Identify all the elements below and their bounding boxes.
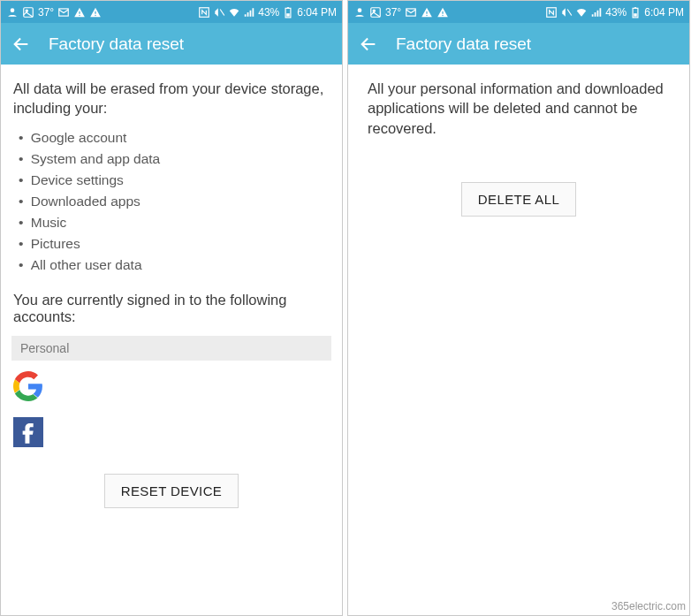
signal-icon — [590, 6, 603, 19]
account-facebook[interactable] — [13, 417, 330, 451]
clock: 6:04 PM — [297, 6, 337, 19]
content-area: All data will be erased from your device… — [1, 65, 342, 522]
status-bar: 37° 43% — [1, 1, 342, 23]
back-icon[interactable] — [11, 34, 31, 54]
signal-icon — [243, 6, 255, 19]
mail-icon — [405, 6, 417, 19]
svg-rect-21 — [443, 14, 444, 15]
svg-rect-5 — [80, 14, 80, 15]
svg-line-9 — [220, 9, 224, 15]
battery-icon — [629, 6, 642, 19]
clock: 6:04 PM — [644, 6, 684, 19]
reset-device-button[interactable]: RESET DEVICE — [104, 474, 239, 508]
page-title: Factory data reset — [49, 34, 184, 54]
watermark: 365electric.com — [611, 600, 686, 612]
status-bar-right: 43% 6:04 PM — [545, 6, 684, 19]
svg-rect-4 — [80, 11, 80, 13]
account-section-header: Personal — [11, 336, 331, 361]
erase-list: Google account System and app data Devic… — [13, 127, 330, 276]
warning-icon — [73, 6, 86, 19]
svg-rect-20 — [443, 11, 444, 13]
screen-factory-reset-confirm: 37° 43% — [347, 0, 690, 616]
profile-icon — [353, 6, 366, 19]
svg-point-0 — [11, 8, 15, 12]
image-icon — [22, 6, 34, 19]
wifi-icon — [228, 6, 240, 19]
mute-icon — [560, 6, 573, 19]
list-item: All other user data — [31, 255, 330, 276]
page-title: Factory data reset — [396, 34, 531, 54]
svg-rect-26 — [634, 7, 636, 8]
list-item: Downloaded apps — [31, 191, 330, 212]
app-bar: Factory data reset — [348, 23, 689, 65]
svg-rect-18 — [427, 11, 428, 13]
list-item: Music — [31, 212, 330, 233]
status-bar: 37° 43% — [348, 1, 689, 23]
status-bar-left: 37° — [6, 6, 102, 19]
erase-intro: All data will be erased from your device… — [13, 79, 330, 118]
mail-icon — [57, 6, 70, 19]
svg-point-14 — [358, 8, 362, 12]
nfc-icon — [198, 6, 210, 19]
delete-all-button[interactable]: DELETE ALL — [461, 182, 576, 217]
warning-icon — [421, 6, 433, 19]
mute-icon — [213, 6, 225, 19]
battery-text: 43% — [605, 6, 626, 19]
svg-rect-19 — [427, 14, 428, 15]
google-icon — [13, 371, 43, 401]
nfc-icon — [545, 6, 558, 19]
app-bar: Factory data reset — [1, 23, 342, 65]
temperature: 37° — [385, 6, 401, 19]
back-icon[interactable] — [359, 34, 378, 54]
list-item: System and app data — [31, 148, 330, 170]
confirm-intro: All your personal information and downlo… — [361, 79, 677, 138]
account-google[interactable] — [13, 371, 330, 405]
warning-icon — [437, 6, 449, 19]
status-bar-right: 43% 6:04 PM — [198, 6, 337, 19]
screen-factory-reset-list: 37° 43% — [0, 0, 343, 616]
reset-button-wrap: RESET DEVICE — [13, 474, 330, 508]
svg-rect-25 — [634, 13, 638, 17]
facebook-icon — [13, 417, 43, 447]
temperature: 37° — [38, 6, 54, 19]
svg-point-2 — [26, 10, 27, 11]
list-item: Device settings — [31, 170, 330, 191]
profile-icon — [6, 6, 19, 19]
svg-rect-11 — [287, 13, 291, 17]
svg-rect-7 — [95, 14, 96, 15]
svg-rect-6 — [95, 11, 96, 13]
battery-text: 43% — [258, 6, 279, 19]
wifi-icon — [575, 6, 588, 19]
svg-line-23 — [567, 9, 572, 15]
svg-rect-12 — [287, 7, 289, 8]
content-area: All your personal information and downlo… — [348, 65, 689, 231]
image-icon — [369, 6, 382, 19]
battery-icon — [282, 6, 294, 19]
list-item: Google account — [31, 127, 330, 148]
signed-in-label: You are currently signed in to the follo… — [13, 292, 330, 325]
list-item: Pictures — [31, 233, 330, 255]
status-bar-left: 37° — [353, 6, 449, 19]
delete-button-wrap: DELETE ALL — [361, 182, 677, 217]
svg-point-16 — [373, 10, 375, 11]
warning-icon — [89, 6, 102, 19]
